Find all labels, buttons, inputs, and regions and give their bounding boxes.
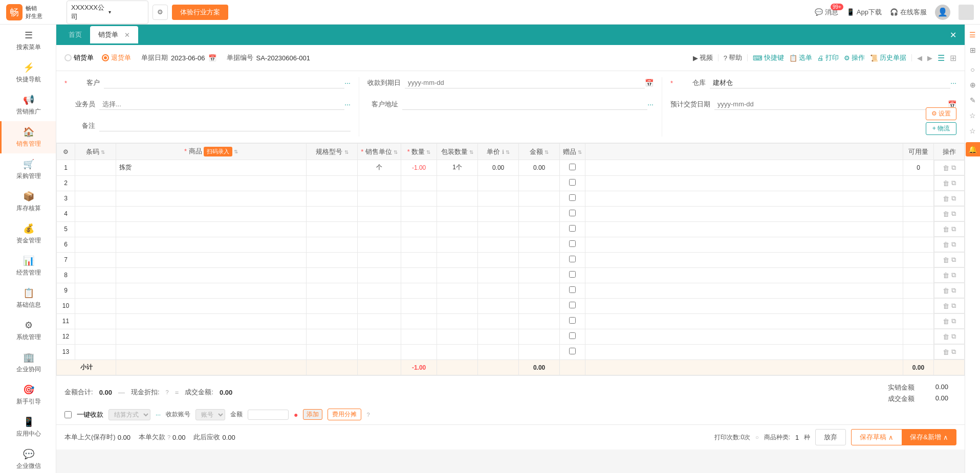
rs-star-icon[interactable]: ☆ xyxy=(967,109,979,122)
row-copy-icon[interactable]: ⧉ xyxy=(951,240,956,249)
customer-dots-btn[interactable]: ··· xyxy=(344,79,351,87)
row-copy-icon[interactable]: ⧉ xyxy=(951,286,956,295)
row-amount[interactable]: 0.00 xyxy=(519,160,560,176)
row-copy-icon[interactable]: ⧉ xyxy=(951,179,956,187)
row-spec[interactable] xyxy=(307,160,358,176)
calendar-icon[interactable]: 📅 xyxy=(208,54,216,62)
row-copy-icon[interactable]: ⧉ xyxy=(951,164,956,172)
sidebar-item-basics[interactable]: 📋 基础信息 xyxy=(0,282,56,314)
sidebar-item-quicknav[interactable]: ⚡ 快捷导航 xyxy=(0,57,56,89)
sidebar-item-operations[interactable]: 📊 经营管理 xyxy=(0,250,56,282)
salesperson-dots-btn[interactable]: ··· xyxy=(344,100,351,108)
row-copy-icon[interactable]: ⧉ xyxy=(951,225,956,233)
th-amount-sort[interactable]: ⇅ xyxy=(545,149,549,155)
fee-split-button[interactable]: 费用分摊 xyxy=(328,409,361,420)
calc-dots-btn[interactable]: ··· xyxy=(156,411,161,418)
radio-sale[interactable]: 销货单 xyxy=(64,53,94,62)
toolbar-shortcut[interactable]: ⌨ 快捷键 xyxy=(753,53,784,62)
toolbar-operate[interactable]: ⚙ 操作 xyxy=(844,53,865,62)
salesperson-input[interactable] xyxy=(99,99,344,110)
grid-view-icon[interactable]: ⊞ xyxy=(950,53,956,63)
row-copy-icon[interactable]: ⧉ xyxy=(951,317,956,325)
rs-circle-icon[interactable]: ○ xyxy=(967,63,979,76)
tab-close-icon[interactable]: ✕ xyxy=(124,31,130,39)
row-copy-icon[interactable]: ⧉ xyxy=(951,302,956,310)
sidebar-item-sales[interactable]: 🏠 销售管理 xyxy=(0,121,56,153)
setting-button[interactable]: ⚙ 设置 xyxy=(926,107,956,120)
list-view-icon[interactable]: ☰ xyxy=(938,53,945,63)
rs-plus-icon[interactable]: ⊕ xyxy=(967,79,979,91)
th-unit-sort[interactable]: ⇅ xyxy=(394,149,398,155)
sidebar-item-wechat[interactable]: 💬 企业微信 xyxy=(0,443,56,473)
close-window-icon[interactable]: ✕ xyxy=(946,30,961,40)
save-new-button[interactable]: 保存&新增 ∧ xyxy=(902,429,956,445)
row-copy-icon[interactable]: ⧉ xyxy=(951,210,956,218)
sidebar-item-appstore[interactable]: 📱 应用中心 xyxy=(0,411,56,443)
row-pkgqty[interactable]: 1个 xyxy=(437,160,478,176)
scan-btn[interactable]: 扫码录入 xyxy=(204,147,232,156)
row-delete-icon[interactable]: 🗑 xyxy=(943,348,949,356)
th-pkgqty-sort[interactable]: ⇅ xyxy=(469,149,473,155)
sidebar-item-inventory[interactable]: 📦 库存核算 xyxy=(0,186,56,218)
row-delete-icon[interactable]: 🗑 xyxy=(943,272,949,279)
fee-info-icon[interactable]: ? xyxy=(366,412,369,418)
row-delete-icon[interactable]: 🗑 xyxy=(943,256,949,264)
customeraddr-dots-btn[interactable]: ··· xyxy=(647,100,654,108)
toolbar-print[interactable]: 🖨 打印 xyxy=(817,53,839,62)
rs-star2-icon[interactable]: ☆ xyxy=(967,125,979,137)
sidebar-item-system[interactable]: ⚙ 系统管理 xyxy=(0,314,56,347)
user-menu-btn[interactable] xyxy=(959,5,974,20)
row-delete-icon[interactable]: 🗑 xyxy=(943,195,949,202)
row-delete-icon[interactable]: 🗑 xyxy=(943,302,949,310)
online-service-btn[interactable]: 🎧 在线客服 xyxy=(890,8,927,17)
th-barcode-sort[interactable]: ⇅ xyxy=(101,149,105,155)
remark-input[interactable] xyxy=(99,120,351,131)
th-goods-sort[interactable]: ⇅ xyxy=(234,149,238,154)
row-delete-icon[interactable]: 🗑 xyxy=(943,210,949,218)
company-selector[interactable]: XXXXXX公司 ▾ xyxy=(67,1,148,24)
tab-home[interactable]: 首页 xyxy=(60,26,90,43)
duedate-calendar-icon[interactable]: 📅 xyxy=(645,79,654,87)
sidebar-item-search[interactable]: ☰ 搜索菜单 xyxy=(0,25,56,57)
next-doc-icon[interactable]: ▶ xyxy=(927,54,932,62)
due-q-icon[interactable]: ? xyxy=(167,434,170,440)
customeraddr-input[interactable] xyxy=(402,99,647,110)
row-goods[interactable]: 拣货 xyxy=(116,160,307,176)
one-click-pay-checkbox[interactable] xyxy=(64,411,72,418)
rs-orange-btn[interactable]: 🔔 xyxy=(966,142,980,156)
row-delete-icon[interactable]: 🗑 xyxy=(943,241,949,249)
row-delete-icon[interactable]: 🗑 xyxy=(943,287,949,295)
app-download-btn[interactable]: 📱 App下载 xyxy=(846,8,882,17)
row-delete-icon[interactable]: 🗑 xyxy=(943,164,949,172)
row-delete-icon[interactable]: 🗑 xyxy=(943,318,949,325)
discount-info-icon[interactable]: ? xyxy=(166,389,169,395)
customer-input[interactable] xyxy=(104,77,344,88)
amount-input[interactable] xyxy=(248,410,289,420)
row-delete-icon[interactable]: 🗑 xyxy=(943,333,949,341)
row-qty[interactable]: -1.00 xyxy=(401,160,437,176)
row-unit[interactable]: 个 xyxy=(358,160,401,176)
sidebar-item-finance[interactable]: 💰 资金管理 xyxy=(0,218,56,250)
row-delete-icon[interactable]: 🗑 xyxy=(943,179,949,187)
abandon-button[interactable]: 放弃 xyxy=(815,429,846,445)
save-draft-button[interactable]: 保存草稿 ∧ xyxy=(851,429,902,445)
rs-list-icon[interactable]: ☰ xyxy=(967,29,979,41)
th-qty-sort[interactable]: ⇅ xyxy=(426,149,430,155)
radio-return[interactable]: 退货单 xyxy=(102,53,131,62)
toolbar-history[interactable]: 📜 历史单据 xyxy=(870,53,906,62)
rs-edit-icon[interactable]: ✎ xyxy=(967,94,979,106)
toolbar-choose[interactable]: 📋 选单 xyxy=(789,53,812,62)
th-settings[interactable]: ⚙ xyxy=(57,144,75,160)
row-copy-icon[interactable]: ⧉ xyxy=(951,256,956,264)
th-price-sort[interactable]: ⇅ xyxy=(506,149,510,155)
row-barcode[interactable] xyxy=(75,160,116,176)
logistics-button[interactable]: + 物流 xyxy=(926,122,956,135)
message-btn[interactable]: 💬 消息 99+ xyxy=(815,8,838,17)
rs-grid-icon[interactable]: ⊞ xyxy=(967,44,979,56)
row-copy-icon[interactable]: ⧉ xyxy=(951,332,956,341)
row-copy-icon[interactable]: ⧉ xyxy=(951,348,956,356)
toolbar-help[interactable]: ? 帮助 xyxy=(724,53,742,62)
row-price[interactable]: 0.00 xyxy=(478,160,519,176)
add-button[interactable]: 添加 xyxy=(303,409,322,420)
trial-button[interactable]: 体验行业方案 xyxy=(172,5,228,20)
